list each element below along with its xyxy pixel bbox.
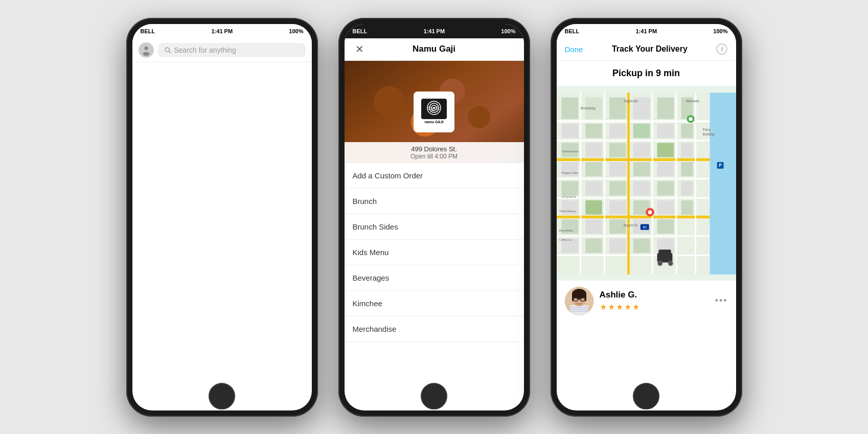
svg-rect-61 — [585, 219, 602, 234]
status-bar-2: BELL 1:41 PM 100% — [345, 24, 524, 38]
svg-rect-70 — [710, 93, 736, 275]
svg-rect-48 — [561, 181, 578, 195]
svg-rect-38 — [609, 143, 626, 157]
svg-rect-43 — [585, 162, 602, 176]
svg-rect-39 — [633, 143, 650, 157]
phone-1-screen: BELL 1:41 PM 100% — [132, 24, 312, 410]
driver-info: Ashlie G. ★ ★ ★ ★ ★ — [600, 290, 709, 312]
battery-1: 100% — [289, 28, 303, 34]
svg-text:Alameda: Alameda — [686, 99, 699, 102]
status-bar-3: BELL 1:41 PM 100% — [557, 24, 736, 38]
search-input[interactable]: Search for anything — [158, 43, 306, 57]
star-5: ★ — [632, 302, 639, 312]
search-bar: Search for anything — [132, 38, 312, 62]
done-button[interactable]: Done — [565, 45, 583, 54]
phone-2: BELL 1:41 PM 100% ✕ Namu Gaji — [338, 18, 530, 417]
svg-text:Bryant St: Bryant St — [624, 223, 637, 227]
time-1: 1:41 PM — [212, 28, 233, 34]
svg-text:Blue Bottle: Blue Bottle — [559, 229, 573, 232]
phone-3-screen: BELL 1:41 PM 100% Done Track Your Delive… — [557, 24, 736, 410]
svg-rect-46 — [657, 162, 674, 176]
svg-text:Ferry: Ferry — [702, 128, 711, 132]
pickup-banner: Pickup in 9 min — [557, 61, 736, 86]
svg-point-1 — [143, 52, 149, 55]
svg-text:Building: Building — [702, 132, 715, 136]
menu-item-brunch-sides[interactable]: Brunch Sides — [345, 214, 524, 240]
driver-name: Ashlie G. — [600, 290, 709, 300]
svg-rect-28 — [657, 97, 674, 119]
restaurant-address-bar: 499 Dolores St. Open till 4:00 PM — [345, 142, 524, 163]
restaurant-logo-image — [421, 99, 447, 119]
svg-text:Dragon Gate: Dragon Gate — [561, 171, 578, 174]
logo-text: namu GAJI — [425, 120, 444, 124]
svg-point-72 — [689, 117, 692, 120]
svg-rect-58 — [657, 200, 674, 214]
close-button[interactable]: ✕ — [353, 42, 367, 56]
svg-rect-67 — [609, 238, 626, 253]
svg-rect-24 — [561, 97, 578, 119]
carrier-3: BELL — [565, 28, 580, 34]
phone-1-content: Search for anything Postmates General St… — [132, 38, 312, 62]
time-2: 1:41 PM — [424, 28, 445, 34]
driver-avatar — [565, 287, 593, 315]
svg-point-2 — [165, 48, 169, 52]
info-icon-button[interactable]: i — [716, 43, 727, 55]
restaurant-address: 499 Dolores St. — [351, 145, 518, 153]
svg-rect-56 — [609, 200, 626, 214]
driver-card: Ashlie G. ★ ★ ★ ★ ★ ••• — [557, 281, 736, 322]
svg-point-74 — [648, 210, 651, 214]
svg-rect-47 — [681, 162, 693, 176]
star-1: ★ — [600, 302, 607, 312]
carrier-1: BELL — [141, 28, 155, 34]
menu-item-merchandise[interactable]: Merchandise — [345, 316, 524, 342]
svg-rect-52 — [657, 181, 674, 195]
time-3: 1:41 PM — [636, 28, 657, 34]
home-button-2[interactable] — [421, 383, 447, 409]
svg-rect-33 — [633, 124, 650, 138]
svg-rect-31 — [585, 124, 602, 138]
restaurant-header: ✕ Namu Gaji — [345, 38, 524, 61]
svg-rect-59 — [681, 200, 693, 214]
svg-text:Saybrook: Saybrook — [624, 99, 638, 103]
restaurant-logo-card: namu GAJI — [414, 92, 454, 132]
svg-text:Coffee Co: Coffee Co — [559, 238, 572, 241]
battery-3: 100% — [713, 28, 727, 34]
svg-rect-50 — [609, 181, 626, 195]
star-3: ★ — [616, 302, 623, 312]
map-area: Broadway Saybrook Alameda Ferry Building… — [557, 86, 736, 281]
svg-rect-53 — [681, 181, 693, 195]
menu-item-custom-order[interactable]: Add a Custom Order — [345, 163, 524, 189]
driver-menu-button[interactable]: ••• — [715, 295, 728, 306]
restaurant-hero: namu GAJI 499 Dolores St. Open till 4:00… — [345, 61, 524, 163]
svg-point-0 — [144, 46, 148, 50]
svg-rect-76 — [658, 249, 671, 256]
user-avatar[interactable] — [139, 42, 154, 58]
svg-rect-35 — [681, 124, 693, 138]
menu-item-kimchee[interactable]: Kimchee — [345, 291, 524, 316]
svg-rect-45 — [633, 162, 650, 176]
menu-item-beverages[interactable]: Beverages — [345, 265, 524, 291]
feed-container: Search for anything Postmates General St… — [132, 38, 312, 62]
menu-item-kids-menu[interactable]: Kids Menu — [345, 240, 524, 265]
svg-rect-44 — [609, 162, 626, 176]
phone-2-screen: BELL 1:41 PM 100% ✕ Namu Gaji — [345, 24, 524, 410]
driver-stars: ★ ★ ★ ★ ★ — [600, 302, 709, 312]
svg-rect-32 — [609, 124, 626, 138]
home-button-1[interactable] — [209, 383, 235, 409]
svg-rect-40 — [657, 143, 674, 157]
svg-text:O'Farrell St: O'Farrell St — [561, 195, 576, 198]
svg-rect-68 — [633, 238, 650, 253]
svg-text:Transamerica: Transamerica — [561, 150, 579, 153]
home-button-3[interactable] — [633, 383, 659, 409]
svg-rect-55 — [585, 200, 602, 214]
status-bar-1: BELL 1:41 PM 100% — [132, 24, 312, 38]
phone-1: BELL 1:41 PM 100% — [126, 18, 318, 417]
svg-rect-64 — [657, 219, 674, 234]
track-header: Done Track Your Delivery i — [557, 38, 736, 61]
svg-point-77 — [657, 261, 662, 265]
svg-text:Broadway: Broadway — [580, 106, 596, 110]
track-title: Track Your Delivery — [612, 44, 688, 54]
svg-rect-30 — [561, 124, 578, 138]
svg-rect-37 — [585, 143, 602, 157]
menu-item-brunch[interactable]: Brunch — [345, 189, 524, 214]
